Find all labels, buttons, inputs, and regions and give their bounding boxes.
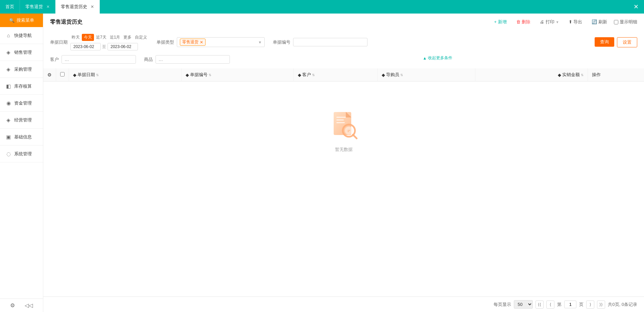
th-action: 操作: [588, 68, 644, 82]
search-icon: 🔍: [9, 18, 15, 23]
home-icon: ⌂: [5, 32, 11, 39]
svg-rect-2: [336, 119, 344, 120]
th-date-sort[interactable]: ◆ 单据日期 ⇅: [73, 72, 177, 78]
tab-retail-return[interactable]: 零售退货 ✕: [20, 0, 55, 14]
close-retail-return-history-tab[interactable]: ✕: [91, 4, 94, 9]
goods-filter: 商品: [144, 55, 230, 64]
volume-bottom-icon[interactable]: ◁◁: [25, 302, 33, 309]
svg-line-8: [353, 135, 357, 138]
sidebar-item-operations[interactable]: ◈ 经营管理: [0, 112, 43, 129]
page-label: 第: [557, 302, 562, 308]
query-button[interactable]: 查询: [595, 37, 614, 47]
date-custom[interactable]: 自定义: [134, 34, 148, 41]
th-customer-sort[interactable]: ◆ 客户 ⇅: [298, 72, 373, 78]
sort-guide-icon: ⇅: [400, 73, 403, 77]
type-select[interactable]: 零售退货 ✕ ▼: [177, 37, 265, 47]
page-unit: 页: [579, 302, 583, 308]
th-amount-sort[interactable]: ◆ 实销金额 ⇅: [479, 72, 583, 78]
data-table: ⚙ ◆ 单据日期 ⇅: [43, 68, 644, 180]
setting-button[interactable]: 设置: [617, 37, 637, 47]
display-detail-checkbox[interactable]: 显示明细: [614, 19, 637, 25]
date-filter: 单据日期 昨天 今天 近7天 近1月 更多 自定义: [50, 34, 148, 50]
tab-home[interactable]: 首页: [0, 0, 20, 14]
basic-info-icon: ▣: [5, 134, 11, 140]
sort-date-icon: ⇅: [96, 73, 99, 77]
sidebar-bottom: ⚙ ◁◁: [0, 298, 43, 312]
close-retail-return-tab[interactable]: ✕: [46, 4, 50, 9]
sidebar-item-quick-nav[interactable]: ⌂ 快捷导航: [0, 27, 43, 44]
sidebar-item-finance[interactable]: ◉ 资金管理: [0, 95, 43, 112]
date-input-row: 至: [70, 43, 148, 50]
th-settings[interactable]: ⚙: [43, 68, 56, 82]
sort-amount-icon: ⇅: [581, 73, 583, 77]
first-page-button[interactable]: ⟨⟨: [535, 300, 544, 309]
tab-retail-return-history[interactable]: 零售退货历史 ✕: [55, 0, 100, 14]
th-guide-sort[interactable]: ◆ 导购员 ⇅: [382, 72, 471, 78]
sidebar-item-basic-info[interactable]: ▣ 基础信息: [0, 129, 43, 146]
goods-input[interactable]: [156, 55, 230, 64]
display-detail-input[interactable]: [614, 20, 618, 24]
th-date[interactable]: ◆ 单据日期 ⇅: [69, 68, 182, 82]
number-filter: 单据编号: [273, 38, 367, 46]
svg-rect-3: [336, 122, 345, 123]
empty-state: 暂无数据: [43, 82, 644, 180]
sidebar-item-sales-mgmt[interactable]: ◈ 销售管理: [0, 44, 43, 61]
number-input[interactable]: [293, 38, 367, 46]
date-filter-group: 昨天 今天 近7天 近1月 更多 自定义 至: [70, 34, 148, 50]
settings-bottom-icon[interactable]: ⚙: [10, 302, 15, 309]
collapse-button[interactable]: ▲ 收起更多条件: [423, 54, 453, 62]
operations-icon: ◈: [5, 117, 11, 123]
filter-container: 零售退货历史 + 新增 🗑 删除 🖨 打印 ▼ ⬆ 导出: [43, 14, 644, 68]
date-yesterday[interactable]: 昨天: [70, 34, 81, 41]
last-page-button[interactable]: ⟩⟩: [597, 300, 605, 309]
date-7days[interactable]: 近7天: [95, 34, 108, 41]
th-guide[interactable]: ◆ 导购员 ⇅: [377, 68, 475, 82]
sidebar-item-inventory[interactable]: ◧ 库存核算: [0, 78, 43, 95]
th-amount[interactable]: ◆ 实销金额 ⇅: [475, 68, 588, 82]
tag-close-icon[interactable]: ✕: [200, 40, 203, 45]
purchase-icon: ◈: [5, 66, 11, 72]
settings-icon[interactable]: ⚙: [47, 72, 52, 77]
type-select-chevron: ▼: [258, 40, 262, 44]
sort-customer-icon: ⇅: [312, 73, 315, 77]
date-more[interactable]: 更多: [122, 34, 133, 41]
toolbar: + 新增 🗑 删除 🖨 打印 ▼ ⬆ 导出 🔄 刷新: [491, 18, 637, 26]
filter-row-2: 客户 商品 ▲ 收起更多条件: [50, 54, 637, 65]
select-all-checkbox[interactable]: [60, 72, 65, 76]
svg-rect-10: [348, 131, 349, 132]
number-filter-label: 单据编号: [273, 39, 290, 45]
date-to-input[interactable]: [108, 43, 138, 50]
empty-state-row: 暂无数据: [43, 82, 644, 180]
per-page-select[interactable]: 50 10 20 100: [514, 300, 533, 309]
date-today[interactable]: 今天: [82, 34, 94, 41]
type-filter: 单据类型 零售退货 ✕ ▼: [157, 37, 265, 47]
page-input[interactable]: [564, 300, 576, 308]
print-button[interactable]: 🖨 打印 ▼: [537, 18, 562, 26]
date-from-input[interactable]: [70, 43, 101, 50]
type-filter-label: 单据类型: [157, 39, 174, 45]
export-button[interactable]: ⬆ 导出: [566, 18, 585, 26]
page-title-bar: 零售退货历史 + 新增 🗑 删除 🖨 打印 ▼ ⬆ 导出: [50, 18, 637, 26]
next-page-button[interactable]: ⟩: [586, 300, 594, 309]
delete-button[interactable]: 🗑 删除: [514, 18, 533, 26]
date-range-separator: 至: [102, 44, 106, 50]
action-buttons: 查询 设置: [595, 37, 637, 47]
th-number[interactable]: ◆ 单据编号 ⇅: [181, 68, 294, 82]
prev-page-button[interactable]: ⟨: [546, 300, 554, 309]
customer-input[interactable]: [62, 55, 136, 64]
sales-icon: ◈: [5, 49, 11, 55]
th-customer[interactable]: ◆ 客户 ⇅: [294, 68, 377, 82]
sidebar-item-system[interactable]: ◌ 系统管理: [0, 146, 43, 162]
main-layout: 🔍 搜索菜单 ⌂ 快捷导航 ◈ 销售管理 ◈ 采购管理 ◧ 库存核算 ◉ 资金管: [0, 14, 644, 312]
top-bar: 首页 零售退货 ✕ 零售退货历史 ✕ ✕: [0, 0, 644, 14]
customer-filter-label: 客户: [50, 57, 59, 63]
refresh-button[interactable]: 🔄 刷新: [589, 18, 610, 26]
search-menu-bar[interactable]: 🔍 搜索菜单: [0, 14, 43, 27]
pagination-bar: 每页显示 50 10 20 100 ⟨⟨ ⟨ 第 页 ⟩ ⟩⟩ 共0页, 0条记…: [43, 296, 644, 312]
window-close-button[interactable]: ✕: [634, 3, 639, 10]
type-tag[interactable]: 零售退货 ✕: [180, 39, 206, 46]
sidebar-item-purchase-mgmt[interactable]: ◈ 采购管理: [0, 61, 43, 78]
th-number-sort[interactable]: ◆ 单据编号 ⇅: [186, 72, 290, 78]
new-button[interactable]: + 新增: [491, 18, 509, 26]
date-1month[interactable]: 近1月: [109, 34, 122, 41]
